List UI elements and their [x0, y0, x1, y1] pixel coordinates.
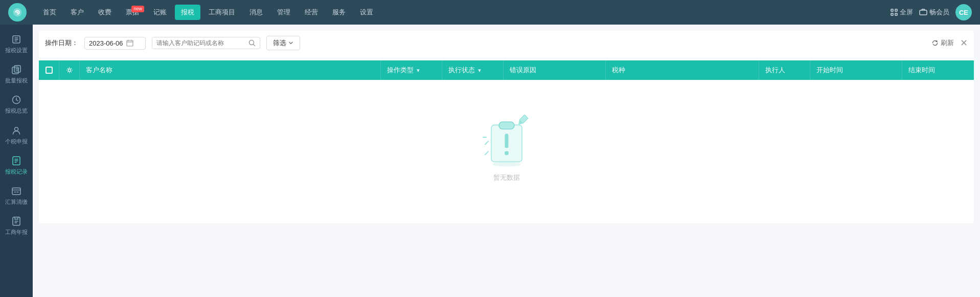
filter-button[interactable]: 筛选: [266, 36, 300, 50]
main-layout: 报税设置批量报税报税总览个税申报报税记录汇算清缴工商年报 操作日期： 2023-…: [0, 25, 980, 297]
operation-type-column[interactable]: 操作类型 ▼: [381, 60, 442, 80]
sidebar-item-tax-record[interactable]: 报税记录: [0, 150, 33, 180]
toolbar: 操作日期： 2023-06-06 筛选: [39, 31, 974, 55]
sidebar-label-batch-tax: 批量报税: [5, 77, 28, 84]
svg-rect-1: [891, 9, 893, 11]
search-bar: [152, 37, 260, 49]
empty-text: 暂无数据: [493, 173, 520, 182]
refresh-button[interactable]: 刷新: [931, 38, 954, 48]
svg-rect-19: [505, 134, 508, 148]
sidebar-label-tax-settings: 报税设置: [5, 47, 28, 54]
sidebar-item-batch-tax[interactable]: 批量报税: [0, 59, 33, 89]
content-area: 操作日期： 2023-06-06 筛选: [33, 25, 980, 297]
fullscreen-button[interactable]: 全屏: [891, 8, 913, 17]
nav-item-operation[interactable]: 经营: [299, 5, 324, 20]
executor-column: 执行人: [759, 60, 810, 80]
nav-badge-invoice: new: [131, 6, 144, 12]
table-header: 客户名称 操作类型 ▼ 执行状态 ▼ 错误原因 税种: [39, 60, 974, 80]
sidebar-item-tax-settings[interactable]: 报税设置: [0, 29, 33, 59]
data-table: 客户名称 操作类型 ▼ 执行状态 ▼ 错误原因 税种: [39, 60, 974, 223]
annual-report-icon: [11, 216, 22, 227]
sidebar-item-settlement[interactable]: 汇算清缴: [0, 180, 33, 210]
nav-menu: 首页客户收费票据new记账报税工商项目消息管理经营服务设置: [37, 5, 891, 20]
empty-illustration: [481, 111, 532, 167]
personal-tax-icon: [11, 125, 22, 136]
nav-item-home[interactable]: 首页: [37, 5, 62, 20]
nav-item-settings[interactable]: 设置: [354, 5, 379, 20]
close-button[interactable]: ✕: [960, 37, 968, 49]
exec-status-column[interactable]: 执行状态 ▼: [442, 60, 504, 80]
search-input[interactable]: [152, 37, 244, 49]
nav-item-customer[interactable]: 客户: [64, 5, 90, 20]
top-right-controls: 全屏 畅会员 CE: [891, 4, 972, 20]
client-name-column: 客户名称: [80, 60, 381, 80]
nav-item-tax[interactable]: 报税: [175, 5, 200, 20]
nav-item-message[interactable]: 消息: [243, 5, 269, 20]
svg-rect-2: [895, 9, 897, 11]
top-navigation: 首页客户收费票据new记账报税工商项目消息管理经营服务设置 全屏 畅会员 CE: [0, 0, 980, 25]
sidebar: 报税设置批量报税报税总览个税申报报税记录汇算清缴工商年报: [0, 25, 33, 297]
end-time-column: 结束时间: [902, 60, 974, 80]
select-all-checkbox[interactable]: [45, 67, 53, 74]
date-label: 操作日期：: [45, 38, 78, 48]
sidebar-item-tax-summary[interactable]: 报税总览: [0, 89, 33, 119]
user-avatar[interactable]: CE: [955, 4, 972, 20]
svg-rect-14: [127, 40, 133, 46]
member-button[interactable]: 畅会员: [919, 8, 949, 17]
sidebar-item-annual-report[interactable]: 工商年报: [0, 210, 33, 241]
sidebar-item-personal-tax[interactable]: 个税申报: [0, 120, 33, 150]
svg-rect-3: [891, 13, 893, 15]
svg-point-20: [505, 151, 509, 155]
sort-icon: ▼: [477, 68, 482, 73]
start-time-column: 开始时间: [810, 60, 902, 80]
settlement-icon: [11, 185, 22, 197]
error-reason-column: 错误原因: [504, 60, 606, 80]
svg-point-16: [68, 69, 71, 72]
svg-point-24: [492, 162, 521, 166]
tax-type-column: 税种: [606, 60, 759, 80]
svg-point-10: [15, 127, 18, 131]
date-picker[interactable]: 2023-06-06: [84, 37, 146, 50]
sidebar-label-tax-record: 报税记录: [5, 168, 28, 175]
sidebar-label-settlement: 汇算清缴: [5, 199, 28, 205]
nav-item-invoice[interactable]: 票据new: [120, 5, 145, 20]
search-button[interactable]: [244, 37, 260, 49]
settings-column[interactable]: [59, 60, 80, 80]
svg-point-0: [16, 11, 18, 13]
svg-rect-5: [920, 10, 927, 15]
svg-rect-12: [12, 188, 20, 195]
nav-item-service[interactable]: 服务: [326, 5, 352, 20]
sort-icon: ▼: [416, 68, 421, 73]
nav-item-management[interactable]: 管理: [271, 5, 297, 20]
tax-record-icon: [11, 155, 22, 166]
nav-item-bookkeeping[interactable]: 记账: [147, 5, 173, 20]
nav-item-billing[interactable]: 收费: [92, 5, 118, 20]
sidebar-label-personal-tax: 个税申报: [5, 138, 28, 145]
app-logo[interactable]: [8, 3, 27, 22]
sidebar-label-tax-summary: 报税总览: [5, 108, 28, 114]
tax-settings-icon: [11, 34, 22, 45]
svg-line-21: [485, 141, 488, 144]
svg-rect-4: [895, 13, 897, 15]
batch-tax-icon: [11, 64, 22, 75]
empty-state: 暂无数据: [39, 80, 974, 223]
nav-item-business[interactable]: 工商项目: [202, 5, 241, 20]
select-all-column[interactable]: [39, 60, 59, 80]
sidebar-label-annual-report: 工商年报: [5, 229, 28, 236]
tax-summary-icon: [11, 94, 22, 105]
svg-line-23: [485, 152, 488, 155]
svg-rect-18: [499, 122, 514, 129]
